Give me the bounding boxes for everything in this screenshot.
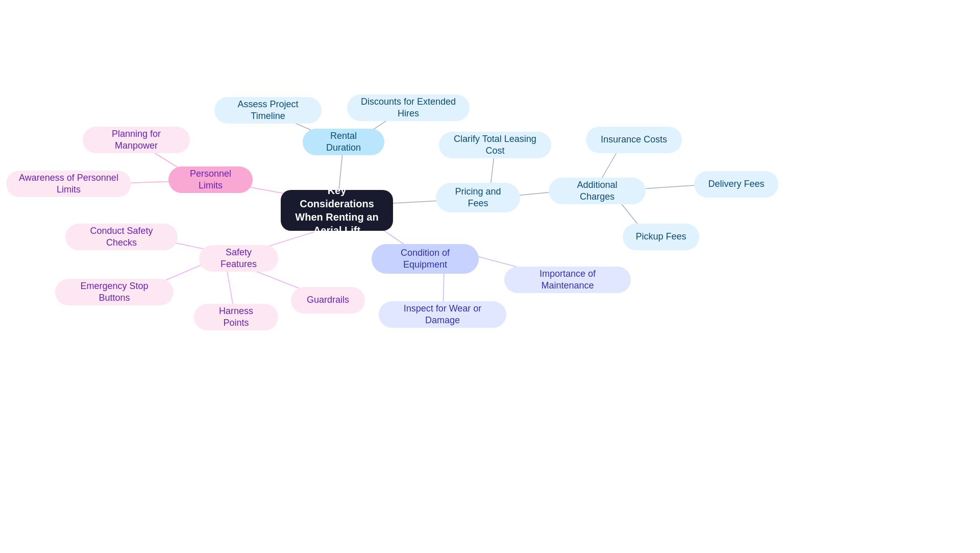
personnel-limits-node: Personnel Limits [168,166,253,193]
delivery-fees-node: Delivery Fees [694,171,778,198]
pricing-fees-node: Pricing and Fees [436,183,520,212]
planning-manpower-node: Planning for Manpower [83,127,190,153]
discounts-extended-node: Discounts for Extended Hires [347,94,470,121]
rental-duration-node: Rental Duration [303,129,384,155]
harness-points-node: Harness Points [194,304,278,330]
safety-features-node: Safety Features [199,245,278,272]
insurance-costs-node: Insurance Costs [586,127,682,153]
awareness-personnel-node: Awareness of Personnel Limits [6,171,131,197]
additional-charges-node: Additional Charges [549,178,646,204]
importance-maintenance-node: Importance of Maintenance [504,267,631,293]
conduct-safety-node: Conduct Safety Checks [65,224,178,250]
guardrails-node: Guardrails [291,287,365,314]
center-node: Key Considerations When Renting an Aeria… [281,190,393,231]
condition-equipment-node: Condition of Equipment [372,244,479,274]
emergency-stop-node: Emergency Stop Buttons [55,279,174,305]
clarify-leasing-node: Clarify Total Leasing Cost [439,132,551,158]
inspect-wear-node: Inspect for Wear or Damage [379,301,506,328]
pickup-fees-node: Pickup Fees [623,224,699,250]
assess-timeline-node: Assess Project Timeline [214,97,322,124]
